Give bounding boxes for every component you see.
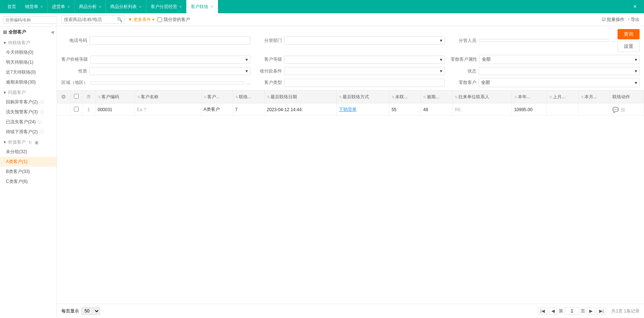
price-grade-chevron-icon: ▾ bbox=[246, 57, 248, 62]
my-customers-label: 我分管的客户 bbox=[164, 17, 190, 23]
nav-label-customer-contact: 客户联络 bbox=[191, 4, 208, 10]
tomorrow-contact-label: 明天待联络(1) bbox=[6, 59, 33, 66]
payment-label: 收付款条件 bbox=[256, 68, 282, 74]
filter-row-retail-attr: 零散客户属性 全部 ▾ bbox=[451, 55, 640, 64]
row-overdue-cell: 48 bbox=[421, 103, 452, 116]
page-number-input[interactable] bbox=[565, 307, 579, 315]
nav-label-customer-segment: 客户分层经营 bbox=[151, 4, 177, 10]
dept-select[interactable]: ▾ bbox=[284, 36, 445, 45]
payment-select[interactable]: ▾ bbox=[284, 67, 445, 75]
select-all-checkbox[interactable] bbox=[74, 94, 79, 99]
filter-row-manager: 分管人员 … 查询 设置 bbox=[451, 29, 640, 52]
value-customer-settings-icon[interactable]: ▣ bbox=[35, 140, 39, 145]
pagination-right: |◀ ◀ 第 页 ▶ ▶| 共1页 1条记录 bbox=[538, 307, 640, 315]
main-search-input[interactable] bbox=[64, 17, 115, 22]
table-header-row: ⚙ 序 ⇅客户编码 ⇅客户名称 ⇅客户... ⇅联络... ⇅最后联络日期 ⇅最… bbox=[57, 91, 644, 103]
main-search-icon[interactable]: 🔍 bbox=[117, 17, 122, 22]
my-customers-checkbox-label[interactable]: 我分管的客户 bbox=[157, 17, 190, 23]
sidebar-item-b-class[interactable]: B类客户(33) bbox=[0, 167, 57, 177]
payment-chevron-icon: ▾ bbox=[440, 68, 442, 74]
retail-select[interactable]: 全部 ▾ bbox=[479, 78, 640, 87]
phone-input[interactable] bbox=[89, 36, 250, 45]
value-customer-label: 价值客户 bbox=[8, 139, 26, 145]
th-last-contact-method: ⇅最后联络方式 bbox=[336, 91, 389, 103]
next-page-button[interactable]: ▶ bbox=[587, 307, 595, 315]
sidebar-item-7days[interactable]: 近7天待联络(0) bbox=[0, 67, 57, 77]
sidebar-item-c-class[interactable]: C类客户(6) bbox=[0, 177, 57, 187]
nav-item-analysis-list[interactable]: 商品分析列表 × bbox=[106, 0, 146, 13]
dept-chevron-icon: ▾ bbox=[440, 38, 442, 43]
prev-page-button[interactable]: ◀ bbox=[549, 307, 557, 315]
per-page-select[interactable]: 50 100 200 bbox=[81, 307, 100, 315]
query-button[interactable]: 查询 bbox=[618, 29, 640, 39]
sidebar-item-overdue[interactable]: 逾期未联络(30) bbox=[0, 77, 57, 87]
customer-grade-select[interactable]: ▾ bbox=[284, 56, 445, 64]
sidebar-item-a-class[interactable]: A类客户(1) bbox=[0, 157, 57, 167]
retail-attr-select[interactable]: 全部 ▾ bbox=[479, 55, 640, 64]
close-all-tabs-button[interactable]: × bbox=[629, 3, 641, 10]
search-box: 🔍 bbox=[61, 15, 125, 24]
problem-customer-triangle[interactable]: ▼ bbox=[3, 91, 7, 95]
declining-label: 持续下滑客户(2) bbox=[6, 129, 38, 135]
customer-grade-label: 客户等级 bbox=[256, 56, 282, 63]
retail-attr-value: 全部 bbox=[482, 56, 491, 63]
manager-select[interactable] bbox=[479, 39, 609, 42]
sidebar-item-today[interactable]: 今天待联络(0) bbox=[0, 47, 57, 57]
sidebar-collapse-icon[interactable]: ◀ bbox=[51, 30, 54, 35]
price-grade-label: 客户价格等级 bbox=[61, 56, 88, 63]
region-select[interactable] bbox=[90, 81, 244, 84]
region-more-btn[interactable]: … bbox=[246, 81, 250, 85]
value-customer-triangle[interactable]: ▼ bbox=[3, 140, 7, 144]
repurchase-info-icon: ⓘ bbox=[40, 99, 44, 105]
sidebar-item-declining[interactable]: 持续下滑客户(2) ⓘ bbox=[0, 127, 57, 137]
last-contact-method-link[interactable]: 下销货单 bbox=[339, 107, 357, 112]
nature-select[interactable]: ▾ bbox=[89, 67, 250, 75]
churned-info-icon: ⓘ bbox=[38, 119, 42, 125]
row-checkbox[interactable] bbox=[74, 107, 79, 112]
nav-item-purchase[interactable]: 进货单 × bbox=[47, 0, 74, 13]
nav-item-customer-contact[interactable]: 客户联络 × bbox=[186, 0, 218, 13]
nav-label-purchase: 进货单 bbox=[52, 4, 65, 10]
table-settings-icon[interactable]: ⚙ bbox=[61, 93, 66, 100]
close-analysis-list-icon[interactable]: × bbox=[139, 4, 141, 9]
overdue-contact-label: 逾期未联络(30) bbox=[6, 79, 36, 85]
row-this-month-cell bbox=[578, 103, 610, 116]
qrcode-icon[interactable]: ⊞ bbox=[621, 107, 625, 113]
nav-item-analysis[interactable]: 商品分析 × bbox=[75, 0, 106, 13]
7days-contact-label: 近7天待联络(0) bbox=[6, 69, 36, 75]
nav-label-analysis-list: 商品分析列表 bbox=[110, 4, 137, 10]
ungroup-label: 未分组(32) bbox=[6, 149, 27, 155]
my-customers-checkbox[interactable] bbox=[157, 17, 162, 22]
repurchase-anomaly-label: 回购异常客户(2) bbox=[6, 99, 38, 105]
close-customer-contact-icon[interactable]: × bbox=[211, 4, 213, 9]
close-purchase-icon[interactable]: × bbox=[67, 4, 69, 9]
status-select[interactable]: ▾ bbox=[479, 67, 640, 75]
last-page-button[interactable]: ▶| bbox=[597, 307, 606, 315]
sidebar-search-input[interactable] bbox=[3, 16, 57, 24]
nav-item-sales[interactable]: 销货单 × bbox=[21, 0, 47, 13]
more-filters-button[interactable]: ▼ 更多条件 ▾ bbox=[128, 17, 154, 23]
sidebar-item-ungroup[interactable]: 未分组(32) bbox=[0, 147, 57, 157]
row-index-cell: 1 bbox=[82, 103, 95, 116]
comment-icon[interactable]: 💬 bbox=[612, 107, 619, 113]
close-analysis-icon[interactable]: × bbox=[99, 4, 101, 9]
batch-op-button[interactable]: ☑ 批量操作 bbox=[602, 17, 625, 23]
manager-more-btn[interactable]: … bbox=[611, 38, 615, 43]
sidebar-item-churn-warning[interactable]: 流失预警客户(3) ⓘ bbox=[0, 107, 57, 117]
price-grade-select[interactable]: ▾ bbox=[90, 56, 250, 64]
sidebar-item-repurchase-anomaly[interactable]: 回购异常客户(2) ⓘ bbox=[0, 97, 57, 107]
nav-item-customer-segment[interactable]: 客户分层经营 × bbox=[146, 0, 186, 13]
sidebar-item-tomorrow[interactable]: 明天待联络(1) bbox=[0, 57, 57, 67]
nav-home[interactable]: 首页 bbox=[3, 0, 21, 13]
close-sales-icon[interactable]: × bbox=[40, 4, 43, 9]
settings-button[interactable]: 设置 bbox=[618, 41, 640, 52]
customer-type-input[interactable] bbox=[284, 79, 445, 87]
close-customer-segment-icon[interactable]: × bbox=[179, 4, 182, 9]
sidebar-item-churned[interactable]: 已流失客户(24) ⓘ bbox=[0, 117, 57, 127]
pending-contact-triangle[interactable]: ▼ bbox=[3, 41, 7, 45]
all-customers-header[interactable]: ⊞ 全部客户 ◀ bbox=[0, 27, 57, 38]
first-page-button[interactable]: |◀ bbox=[538, 307, 547, 315]
export-button[interactable]: ↑ 导出 bbox=[627, 17, 640, 23]
pending-contact-group: ▼ 待联络客户 bbox=[0, 38, 57, 47]
value-customer-refresh-icon[interactable]: ↻ bbox=[28, 140, 32, 145]
